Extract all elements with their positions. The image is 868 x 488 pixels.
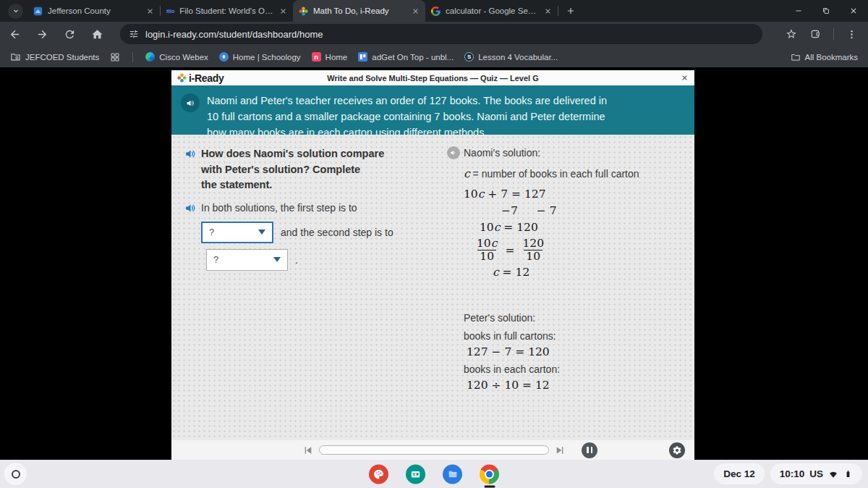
question-stem: In both solutions, the first step is to [201,201,357,215]
site-settings-icon[interactable] [129,29,139,39]
progress-track[interactable] [319,445,549,455]
close-icon[interactable] [849,7,858,15]
back-button[interactable] [9,28,21,41]
pause-button[interactable] [582,442,597,458]
bookmark-label: Home [326,53,348,62]
tab-title: calculator - Google Search [446,7,539,15]
new-tab-button[interactable] [566,6,576,16]
bookmark-star-icon[interactable] [786,28,797,40]
bookmark-label: Lesson 4 Vocabular... [478,53,558,62]
question-area: How does Naomi's solution compare with P… [171,135,694,440]
question-column: How does Naomi's solution compare with P… [184,146,438,271]
tab-close-icon[interactable] [279,7,287,15]
launcher-button[interactable] [4,463,27,485]
minimize-icon[interactable] [794,7,803,15]
forward-button[interactable] [36,28,48,41]
quiz-close-button[interactable] [681,74,689,82]
stem-audio-button[interactable] [184,202,197,215]
apps-grid-icon[interactable] [110,52,120,62]
forward-icon [36,28,48,41]
tab-calculator-google[interactable]: calculator - Google Search [425,0,558,22]
chromeos-shelf: Dec 12 10:10 US [0,460,868,488]
tab-jefferson-county[interactable]: Jefferson County [27,0,160,22]
all-bookmarks-button[interactable]: All Bookmarks [791,52,859,62]
naomi-audio-button[interactable] [447,146,460,159]
skip-forward-button[interactable] [555,445,566,456]
bookmark-label: adGet On Top - unbl... [372,53,454,62]
solutions-column: Naomi's solution: c = number of books in… [447,146,689,392]
math-var: c [464,167,470,180]
back-icon [9,28,21,41]
date-pill[interactable]: Dec 12 [714,463,765,484]
webex-icon [145,52,155,62]
iready-pinwheel-icon [177,73,187,83]
prompt-line: the statement. [201,177,384,193]
peter-label-2: books in each carton: [464,363,689,376]
question-prompt-row: How does Naomi's solution compare with P… [184,146,438,193]
system-tray-pill[interactable]: 10:10 US [770,463,862,484]
prompt-audio-button[interactable] [184,148,197,193]
screencast-app-button[interactable] [406,464,425,484]
extensions-icon[interactable] [809,28,821,40]
active-app-indicator [484,486,495,488]
tab-close-icon[interactable] [544,7,552,15]
tab-title: Math To Do, i-Ready [313,7,407,15]
skip-back-icon [302,445,313,456]
bookmarks-separator [132,52,133,62]
bookmark-cisco-webex[interactable]: Cisco Webex [145,52,208,62]
chrome-logo-icon [480,464,499,484]
problem-line: 10 full cartons and a smaller package co… [207,109,607,125]
files-folder-icon [443,464,462,484]
bookmark-home[interactable]: n Home [312,52,348,62]
tab-strip: Jefferson County filo Filo Student: Worl… [0,0,868,22]
home-button[interactable] [91,28,103,41]
tab-separator [558,6,558,16]
files-app-button[interactable] [443,464,462,484]
bookmark-home-schoology[interactable]: Home | Schoology [219,52,301,62]
palette-icon [369,464,388,484]
answer-dropdown-2[interactable]: ? [206,249,288,271]
web-page-background: i-Ready Write and Solve Multi-Step Equat… [0,67,868,460]
restore-icon[interactable] [822,7,830,15]
address-bar[interactable]: login.i-ready.com/student/dashboard/home [120,24,762,44]
prompt-line: How does Naomi's solution compare [201,146,384,162]
answer-dropdown-1[interactable]: ? [201,222,273,243]
reload-button[interactable] [64,28,76,41]
naomi-heading: Naomi's solution: [464,147,540,159]
tab-close-icon[interactable] [146,7,154,15]
definition-text: = number of books in each full carton [470,168,639,180]
dropdown-value: ? [213,254,218,265]
canvas-app-button[interactable] [369,464,388,484]
chrome-app-button[interactable] [480,464,499,484]
chevron-down-icon [258,230,265,235]
player-settings-button[interactable] [669,442,685,458]
banner-audio-button[interactable] [181,93,200,112]
bookmark-adget[interactable]: adGet On Top - unbl... [358,52,454,62]
reload-icon [64,28,76,41]
s-circle-icon: S [464,52,474,62]
peter-heading: Peter's solution: [464,311,689,324]
schoology-icon [219,52,229,62]
browser-toolbar: login.i-ready.com/student/dashboard/home [0,22,868,46]
tab-search-button[interactable] [8,4,23,19]
question-stem-row: In both solutions, the first step is to [184,201,438,215]
bookmark-lesson4-vocab[interactable]: S Lesson 4 Vocabular... [464,52,558,62]
skip-back-button[interactable] [302,445,313,456]
skip-forward-icon [555,445,566,456]
equation-line-1: 10c + 7 = 127 [464,186,689,202]
plus-icon [566,6,576,16]
bookmark-folder-jefcoed[interactable]: JEFCOED Students [10,51,99,62]
sentence-period: . [295,254,298,266]
bookmark-label: JEFCOED Students [25,53,99,62]
dropdown-row-1: ? and the second step is to [201,222,438,243]
prompt-line: with Peter's solution? Complete [201,162,384,178]
date-text: Dec 12 [723,468,755,479]
fraction-right: 12010 [520,237,546,263]
problem-line: Naomi and Peter's teacher receives an or… [207,93,607,109]
tab-filo-student[interactable]: filo Filo Student: World's Only Live [161,0,293,22]
naomi-equations: 10c + 7 = 127 −7− 7 10c = 120 10c10 = 12… [464,186,689,280]
tab-close-icon[interactable] [412,7,420,15]
tab-math-todo-iready[interactable]: Math To Do, i-Ready [293,0,425,22]
tab-title: Jefferson County [48,7,141,15]
menu-kebab-icon[interactable] [846,29,857,40]
